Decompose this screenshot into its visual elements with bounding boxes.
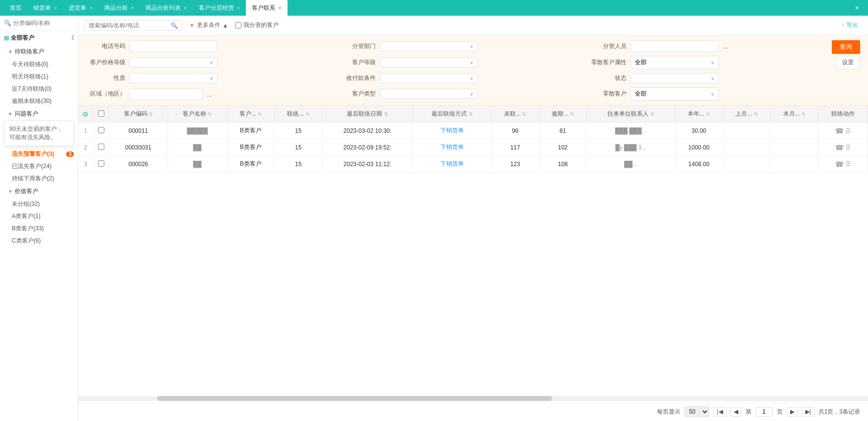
sidebar-item-class-a[interactable]: A类客户(1)	[0, 210, 78, 223]
payment-select[interactable]: ∨	[380, 73, 478, 83]
group-problem-customers[interactable]: ▼ 问题客户	[0, 107, 78, 121]
settings-button[interactable]: 设置	[836, 56, 860, 69]
customer-type-select[interactable]: ∨	[380, 89, 478, 99]
export-icon: ↑	[842, 22, 844, 29]
sidebar-item-7day-contact[interactable]: 近7天待联络(0)	[0, 83, 78, 95]
sidebar-search-input[interactable]	[13, 20, 78, 26]
nav-sales-order[interactable]: 销货单 ×	[27, 0, 63, 16]
search-input[interactable]	[89, 22, 170, 29]
prev-page-button[interactable]: ◀	[730, 407, 742, 417]
chevron-down-icon: ∨	[470, 44, 473, 49]
more-conditions-button[interactable]: ▼ 更多条件 ▲	[186, 20, 231, 31]
region-input[interactable]	[129, 88, 203, 100]
sidebar-item-churn-warning[interactable]: 流失预警客户(3) 3	[0, 148, 78, 160]
main-layout: 🔍 ⊞ 全部客户 《 ▼ 待联络客户 今天待联络(0) 明天待联络(1) 近7天…	[0, 16, 868, 421]
last-page-button[interactable]: ▶|	[802, 407, 815, 417]
sort-icon-unlinking[interactable]: ⇅	[522, 111, 526, 117]
close-product-analysis-list-icon[interactable]: ×	[184, 5, 187, 11]
row-way-3[interactable]: 下销货单	[413, 156, 492, 173]
action-contact-icon-2[interactable]: ☎	[835, 144, 844, 151]
sort-icon-current-month[interactable]: ⇅	[801, 111, 805, 117]
action-more-icon-2[interactable]: ⠿	[845, 144, 850, 151]
status-select[interactable]: ∨	[630, 73, 719, 83]
sidebar-item-class-b[interactable]: B类客户(33)	[0, 223, 78, 235]
nav-product-analysis-list[interactable]: 商品分析列表 ×	[140, 0, 193, 16]
scroll-thumb[interactable]	[157, 396, 552, 401]
manager-input[interactable]	[630, 40, 719, 52]
row-select-3[interactable]	[98, 160, 104, 167]
sidebar-item-churned[interactable]: 已流失客户(24)	[0, 160, 78, 173]
all-customers-header[interactable]: ⊞ 全部客户 《	[0, 31, 78, 45]
customer-type-label: 客户类型	[337, 90, 376, 98]
nav-customer-contact[interactable]: 客户联系 ×	[246, 0, 287, 16]
row-select-2[interactable]	[98, 144, 104, 150]
sidebar-item-declining[interactable]: 持续下滑客户(2)	[0, 173, 78, 185]
action-more-icon-3[interactable]: ⠿	[845, 160, 850, 168]
nav-product-analysis[interactable]: 商品分析 ×	[98, 0, 140, 16]
customer-grade-select[interactable]: ∨	[380, 57, 478, 68]
status-label: 状态	[587, 74, 627, 82]
next-page-button[interactable]: ▶	[787, 407, 798, 417]
nav-home[interactable]: 首页	[4, 0, 27, 16]
row-checkbox-2[interactable]	[93, 139, 109, 156]
nav-purchase-order[interactable]: 进货单 ×	[63, 0, 98, 16]
query-button[interactable]: 查询	[832, 40, 860, 54]
manager-more-button[interactable]: ...	[719, 42, 732, 50]
table-settings-col[interactable]: ⚙	[78, 106, 93, 123]
sidebar-item-class-c[interactable]: C类客户(6)	[0, 235, 78, 247]
sort-icon-last-month[interactable]: ⇅	[754, 111, 758, 117]
total-records-label: 共1页，3条记录	[819, 408, 860, 416]
row-select-1[interactable]	[98, 127, 104, 133]
row-way-2[interactable]: 下销货单	[413, 139, 492, 156]
my-customers-checkbox-label[interactable]: 我分管的客户	[235, 21, 279, 29]
row-way-1[interactable]: 下销货单	[413, 123, 492, 139]
close-product-analysis-icon[interactable]: ×	[131, 5, 134, 11]
horizontal-scrollbar[interactable]	[78, 396, 868, 401]
row-overdue-1: 81	[539, 123, 586, 139]
sort-icon-contact[interactable]: ⇅	[306, 111, 310, 117]
action-contact-icon-3[interactable]: ☎	[835, 160, 844, 168]
sort-icon-date[interactable]: ⇅	[384, 111, 388, 117]
phone-input[interactable]	[129, 40, 217, 52]
nature-field: 性质 ∨	[86, 73, 321, 83]
dept-select[interactable]: ∨	[380, 41, 478, 51]
first-page-button[interactable]: |◀	[713, 407, 726, 417]
close-purchase-order-icon[interactable]: ×	[89, 5, 92, 11]
sort-icon-contacts[interactable]: ⇅	[651, 111, 654, 117]
chevron-down-icon-8: ∨	[470, 91, 473, 97]
retail-customer-select[interactable]: 全部 ∨	[630, 87, 719, 100]
nature-select[interactable]: ∨	[129, 73, 217, 83]
page-number-input[interactable]	[755, 407, 773, 417]
group-pending-contact[interactable]: ▼ 待联络客户	[0, 45, 78, 58]
region-more-button[interactable]: ...	[203, 90, 217, 98]
retail-attr-select[interactable]: 全部 ∨	[630, 56, 719, 69]
sort-icon-code[interactable]: ⇅	[149, 111, 153, 117]
col-last-contact-date: 最后联络日期 ⇅	[322, 106, 413, 123]
group-value-customers[interactable]: ▼ 价值客户	[0, 185, 78, 198]
action-more-icon-1[interactable]: ⠿	[845, 127, 850, 135]
export-button[interactable]: ↑ 导出	[838, 20, 862, 31]
table-select-all-header[interactable]	[93, 106, 109, 123]
action-contact-icon-1[interactable]: ☎	[835, 127, 844, 135]
nav-customer-layer[interactable]: 客户分层经营 ×	[193, 0, 246, 16]
my-customers-checkbox[interactable]	[235, 22, 241, 28]
window-close-button[interactable]: ×	[850, 4, 864, 12]
sidebar-item-ungrouped[interactable]: 未分组(32)	[0, 198, 78, 210]
close-customer-layer-icon[interactable]: ×	[237, 5, 240, 11]
sort-icon-way[interactable]: ⇅	[469, 111, 473, 117]
row-checkbox-3[interactable]	[93, 156, 109, 173]
sort-icon-overdue[interactable]: ⇅	[570, 111, 574, 117]
close-customer-contact-icon[interactable]: ×	[278, 5, 281, 11]
search-button[interactable]: 🔍	[170, 22, 178, 29]
close-sales-order-icon[interactable]: ×	[54, 5, 57, 11]
price-grade-select[interactable]: ∨	[129, 57, 217, 68]
row-checkbox-1[interactable]	[93, 123, 109, 139]
sidebar-item-today-contact[interactable]: 今天待联络(0)	[0, 58, 78, 71]
sort-icon-type[interactable]: ⇅	[258, 111, 262, 117]
select-all-checkbox[interactable]	[98, 110, 104, 117]
per-page-select[interactable]: 50 20 100	[684, 406, 709, 417]
sort-icon-year[interactable]: ⇅	[706, 111, 710, 117]
sidebar-item-overdue-contact[interactable]: 逾期未联络(30)	[0, 95, 78, 107]
sidebar-item-tomorrow-contact[interactable]: 明天待联络(1)	[0, 71, 78, 83]
sort-icon-name[interactable]: ⇅	[208, 111, 212, 117]
